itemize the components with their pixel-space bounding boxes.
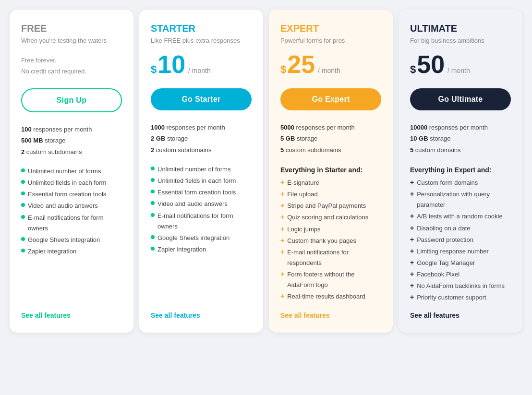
feature-text: E-mail notifications for form owners (157, 211, 252, 232)
plus-icon: + (280, 212, 284, 222)
feature-text: Quiz scoring and calculations (287, 212, 368, 223)
feature-text: Priority customer support (417, 292, 486, 303)
plus-icon: + (410, 189, 414, 199)
feature-text: Personalization with query parameter (417, 189, 511, 210)
feature-text: Unlimited number of forms (157, 164, 230, 175)
plan-subtitle-starter: Like FREE plus extra responses (151, 37, 252, 44)
list-item: Zapier integration (21, 246, 122, 257)
price-amount: 50 (417, 52, 445, 77)
list-item: Video and audio answers (21, 201, 122, 211)
bullet-dot (21, 249, 25, 252)
plan-stats-expert: 5000 responses per month5 GB storage5 cu… (280, 122, 381, 156)
feature-text: Logic jumps (287, 224, 320, 235)
plus-icon: + (280, 291, 284, 301)
price-dollar: $ (410, 63, 416, 76)
plan-stat: 100 responses per month (21, 124, 122, 135)
plan-stat: 1000 responses per month (151, 122, 252, 133)
price-period: / month (447, 67, 470, 74)
bullet-dot (21, 237, 25, 241)
list-item: +Stripe and PayPal payments (280, 201, 381, 211)
plan-name-starter: STARTER (151, 23, 252, 34)
see-all-free[interactable]: See all features (21, 311, 122, 319)
list-item: +Password protection (410, 235, 511, 245)
feature-text: Form footers without the AidaForm logo (287, 269, 381, 290)
plan-card-expert: EXPERTPowerful forms for pros$25/ monthG… (269, 10, 393, 333)
plan-stat: 5 custom domains (410, 144, 511, 156)
feature-text: No AidaForm backlinks in forms (417, 281, 505, 291)
plan-card-ultimate: ULTIMATEFor big business ambitions$50/ m… (399, 10, 522, 333)
free-note-2: No credit card required. (21, 67, 86, 77)
price-dollar: $ (280, 63, 286, 76)
plan-btn-ultimate[interactable]: Go Ultimate (410, 88, 511, 110)
plus-icon: + (410, 292, 414, 302)
bullet-dot (21, 168, 25, 172)
see-all-ultimate[interactable]: See all features (410, 311, 511, 319)
plan-subtitle-free: When you're testing the waters (21, 37, 122, 44)
plan-price-ultimate: $50/ month (410, 52, 511, 81)
list-item: Video and audio answers (151, 199, 252, 209)
price-amount: 10 (157, 52, 185, 77)
feature-text: E-mail notifications for form owners (28, 213, 122, 234)
plus-icon: + (280, 269, 284, 279)
plan-btn-expert[interactable]: Go Expert (280, 88, 381, 110)
feature-text: Facebook Pixel (417, 269, 459, 280)
bullet-dot (151, 201, 155, 205)
list-item: Unlimited number of forms (21, 166, 122, 177)
list-item: E-mail notifications for form owners (21, 213, 122, 234)
bullet-dot (151, 235, 155, 239)
bullet-dot (21, 215, 25, 219)
plan-card-starter: STARTERLike FREE plus extra responses$10… (139, 10, 263, 333)
feature-text: E-signature (287, 178, 319, 188)
plan-price-starter: $10/ month (151, 52, 252, 81)
plan-stat: 2 GB storage (151, 133, 252, 144)
feature-text: Video and audio answers (28, 201, 98, 211)
plus-icon: + (410, 258, 414, 268)
plan-btn-starter[interactable]: Go Starter (151, 88, 252, 110)
plus-icon: + (280, 224, 284, 234)
feature-text: Google Sheets integration (28, 235, 100, 245)
plus-icon: + (280, 178, 284, 188)
plan-stat: 5 custom subdomains (280, 144, 381, 156)
see-all-starter[interactable]: See all features (151, 311, 252, 319)
plan-price-free: Free forever.No credit card required. (21, 52, 122, 81)
list-item: +Real-time results dashboard (280, 291, 381, 302)
plus-icon: + (410, 246, 414, 256)
list-item: +Google Tag Manager (410, 258, 511, 268)
list-item: Essential form creation tools (151, 187, 252, 198)
bullet-dot (151, 213, 155, 217)
price-amount: 25 (287, 52, 315, 77)
bullet-dot (151, 247, 155, 251)
bullet-dot (21, 180, 25, 184)
list-item: +A/B tests with a random cookie (410, 211, 511, 222)
plus-icon: + (280, 247, 284, 257)
plan-stat: 5 GB storage (280, 133, 381, 144)
list-item: +E-mail notifications for respondents (280, 247, 381, 268)
price-dollar: $ (151, 63, 157, 76)
list-item: +No AidaForm backlinks in forms (410, 281, 511, 291)
plan-name-expert: EXPERT (280, 23, 381, 34)
feature-text: E-mail notifications for respondents (287, 247, 381, 268)
list-item: +E-signature (280, 178, 381, 188)
feature-text: Stripe and PayPal payments (287, 201, 366, 211)
plan-stat: 10 GB storage (410, 133, 511, 144)
plus-icon: + (280, 201, 284, 211)
section-heading-expert: Everything in Starter and: (280, 166, 381, 174)
bullet-dot (151, 167, 155, 170)
plus-icon: + (410, 281, 414, 291)
feature-text: Essential form creation tools (157, 187, 236, 198)
free-note-1: Free forever. (21, 56, 57, 66)
plus-icon: + (410, 211, 414, 221)
bullet-dot (21, 192, 25, 195)
pricing-container: FREEWhen you're testing the watersFree f… (7, 10, 525, 333)
list-item: +Form footers without the AidaForm logo (280, 269, 381, 290)
feature-text: Zapier integration (157, 244, 206, 255)
plus-icon: + (410, 269, 414, 279)
feature-text: File upload (287, 189, 318, 200)
plus-icon: + (280, 236, 284, 246)
plan-subtitle-ultimate: For big business ambitions (410, 37, 511, 44)
features-list-free: Unlimited number of formsUnlimited field… (21, 166, 122, 258)
features-list-ultimate: +Custom form domains+Personalization wit… (410, 178, 511, 304)
see-all-expert[interactable]: See all features (280, 311, 381, 319)
price-period: / month (188, 67, 211, 74)
plan-btn-free[interactable]: Sign Up (21, 88, 122, 112)
